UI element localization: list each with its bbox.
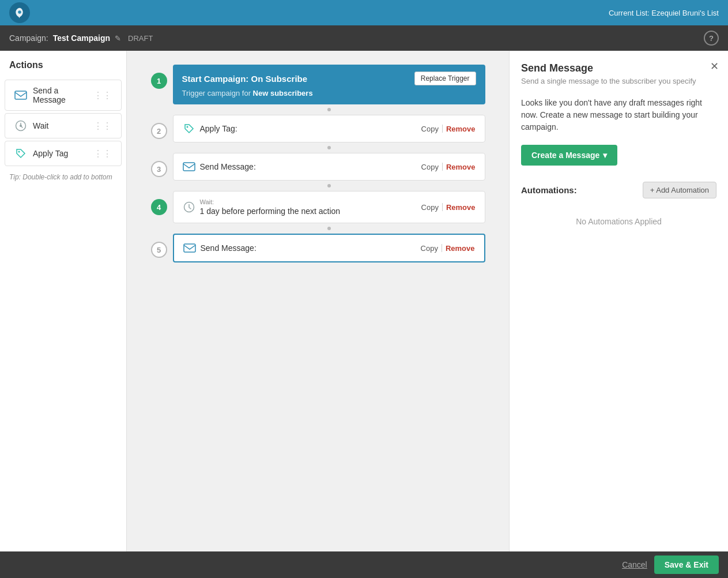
create-message-arrow: ▾ — [603, 151, 607, 160]
automations-label: Automations: — [521, 185, 577, 195]
step-3-remove[interactable]: Remove — [446, 163, 476, 171]
divider — [442, 125, 443, 133]
step-2-copy[interactable]: Copy — [421, 125, 439, 133]
step-5-copy[interactable]: Copy — [421, 244, 438, 253]
svg-point-5 — [186, 126, 188, 128]
step-number-4: 4 — [151, 199, 167, 215]
trigger-title: Start Campaign: On Subscribe — [182, 74, 308, 84]
close-icon[interactable]: ✕ — [710, 60, 719, 73]
step-number-3: 3 — [151, 161, 167, 177]
step-3-card[interactable]: Send Message: Copy Remove — [173, 153, 485, 181]
current-list: Current List: Ezequiel Bruni's List — [609, 9, 719, 17]
automations-section: Automations: + Add Automation No Automat… — [521, 182, 716, 238]
step-5-label: Send Message: — [201, 243, 257, 253]
sidebar-item-wait[interactable]: Wait ⋮⋮ — [5, 113, 122, 138]
step-4-remove[interactable]: Remove — [446, 203, 476, 212]
step-2-wrapper: 2 Apply Tag: — [151, 115, 485, 142]
step-4-wrapper: 4 W — [151, 191, 485, 223]
email-icon — [14, 89, 27, 102]
connector-dot — [327, 108, 331, 111]
tag-action-icon — [183, 122, 195, 135]
drag-handle: ⋮⋮ — [93, 90, 112, 101]
divider — [442, 163, 443, 171]
drag-handle-tag: ⋮⋮ — [93, 148, 112, 159]
sidebar-item-send-message[interactable]: Send a Message ⋮⋮ — [5, 80, 122, 111]
sidebar-apply-tag-label: Apply Tag — [33, 149, 88, 158]
connector-dot — [327, 227, 331, 230]
step-number-1: 1 — [151, 73, 167, 89]
connector-dot — [327, 146, 331, 149]
cancel-button[interactable]: Cancel — [622, 560, 647, 569]
wait-action-icon — [183, 201, 195, 213]
sidebar-item-apply-tag[interactable]: Apply Tag ⋮⋮ — [5, 141, 122, 166]
content-area: 1 Start Campaign: On Subscribe Replace T… — [127, 51, 509, 551]
save-exit-button[interactable]: Save & Exit — [654, 556, 719, 574]
trigger-subtitle: Trigger campaign for New subscribers — [182, 89, 476, 97]
svg-rect-6 — [183, 163, 195, 171]
automations-header: Automations: + Add Automation — [521, 182, 716, 198]
drag-handle-wait: ⋮⋮ — [93, 121, 112, 132]
svg-rect-1 — [15, 91, 27, 99]
svg-point-3 — [20, 125, 22, 127]
sidebar-send-message-label: Send a Message — [33, 86, 88, 104]
step-5-card[interactable]: Send Message: Copy Remove — [173, 234, 485, 262]
step-5-wrapper: 5 Send Message: — [151, 234, 485, 262]
step-2-label: Apply Tag: — [200, 124, 237, 133]
bottom-bar: Cancel Save & Exit — [0, 551, 728, 578]
svg-rect-8 — [184, 244, 195, 252]
logo[interactable] — [9, 2, 30, 23]
no-automations-text: No Automations Applied — [521, 205, 716, 238]
wait-sub-label: Wait: — [200, 198, 341, 205]
campaign-label: Campaign: — [9, 33, 48, 43]
draft-badge: DRAFT — [128, 34, 153, 43]
sidebar-tip: Tip: Double-click to add to bottom — [0, 168, 126, 186]
step-3-label: Send Message: — [200, 162, 256, 171]
help-button[interactable]: ? — [704, 31, 719, 46]
svg-point-4 — [18, 151, 20, 153]
add-automation-button[interactable]: + Add Automation — [643, 182, 716, 198]
connector-dot — [327, 184, 331, 187]
panel-title: Send Message — [521, 62, 716, 74]
svg-point-0 — [18, 10, 21, 13]
step-1-wrapper: 1 Start Campaign: On Subscribe Replace T… — [151, 65, 485, 104]
step-4-card[interactable]: Wait: 1 day before performing the next a… — [173, 191, 485, 223]
divider — [442, 203, 443, 211]
main-layout: Actions Send a Message ⋮⋮ Wait ⋮⋮ — [0, 51, 728, 551]
panel-subtitle: Send a single message to the subscriber … — [521, 77, 716, 85]
wait-icon — [14, 119, 27, 132]
replace-trigger-button[interactable]: Replace Trigger — [414, 72, 476, 85]
right-panel: ✕ Send Message Send a single message to … — [509, 51, 728, 551]
edit-icon[interactable]: ✎ — [115, 34, 121, 43]
email-action-icon-3 — [183, 160, 195, 173]
email-action-icon-5 — [183, 242, 196, 254]
sidebar-title: Actions — [0, 60, 126, 77]
step-5-remove[interactable]: Remove — [446, 244, 475, 253]
step-2-card[interactable]: Apply Tag: Copy Remove — [173, 115, 485, 142]
campaign-bar: Campaign: Test Campaign ✎ DRAFT ? — [0, 25, 728, 51]
step-3-copy[interactable]: Copy — [421, 163, 439, 171]
sidebar-wait-label: Wait — [33, 121, 88, 130]
step-1-trigger-card[interactable]: Start Campaign: On Subscribe Replace Tri… — [173, 65, 485, 104]
step-number-2: 2 — [151, 123, 167, 139]
divider — [442, 244, 442, 252]
step-4-copy[interactable]: Copy — [421, 203, 439, 212]
step-number-5: 5 — [151, 242, 167, 258]
sidebar: Actions Send a Message ⋮⋮ Wait ⋮⋮ — [0, 51, 127, 551]
panel-body-text: Looks like you don't have any draft mess… — [521, 97, 716, 133]
campaign-name: Test Campaign — [53, 33, 110, 43]
create-message-label: Create a Message — [531, 151, 599, 160]
step-container: 1 Start Campaign: On Subscribe Replace T… — [141, 65, 495, 262]
tag-icon — [14, 147, 27, 160]
top-nav: Current List: Ezequiel Bruni's List — [0, 0, 728, 25]
step-4-label: 1 day before performing the next action — [200, 207, 341, 216]
create-message-button[interactable]: Create a Message ▾ — [521, 145, 617, 166]
step-2-remove[interactable]: Remove — [446, 125, 476, 133]
step-3-wrapper: 3 Send Message: — [151, 153, 485, 181]
